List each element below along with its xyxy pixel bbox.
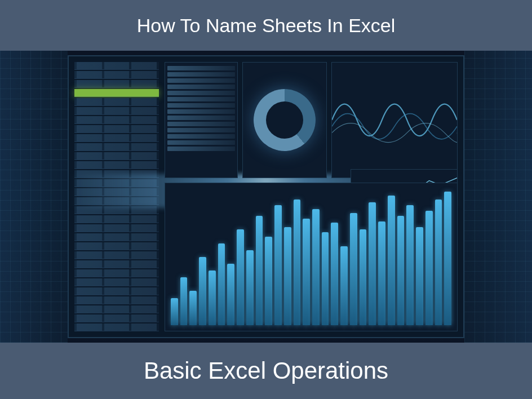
hero-image xyxy=(0,51,532,343)
grid-lines-icon xyxy=(464,51,532,343)
spreadsheet-rows xyxy=(74,62,159,331)
donut-chart-widget xyxy=(242,62,327,178)
dashboard-main xyxy=(165,62,458,331)
list-widget xyxy=(165,62,238,178)
grid-lines-icon xyxy=(0,51,68,343)
bottom-banner: Basic Excel Operations xyxy=(0,343,532,399)
waveform-widget xyxy=(331,62,458,178)
waveform-icon xyxy=(332,63,457,178)
top-title: How To Name Sheets In Excel xyxy=(137,15,396,37)
highlighted-row xyxy=(74,89,159,97)
bottom-title: Basic Excel Operations xyxy=(144,357,388,384)
top-banner: How To Name Sheets In Excel xyxy=(0,0,532,51)
top-widgets xyxy=(165,62,458,178)
donut-chart-icon xyxy=(254,89,316,151)
perspective-grid-left xyxy=(0,51,68,343)
perspective-grid-right xyxy=(464,51,532,343)
dashboard-panel xyxy=(68,55,464,338)
bar-chart-widget xyxy=(165,183,458,331)
